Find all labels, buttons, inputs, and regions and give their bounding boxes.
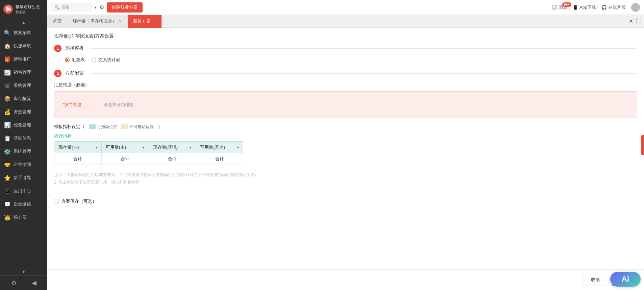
dimension-placeholder: 请选择分组维度 bbox=[103, 102, 134, 108]
user-avatar[interactable] bbox=[631, 3, 640, 12]
sidebar-scroll-up[interactable]: ▲ bbox=[0, 19, 47, 26]
top-header: 🔍 搜索 ▾ ⚙ 体验行业方案 💬 消息 99+ 📱 App下载 🎧 在线客服 bbox=[47, 0, 644, 15]
radio-cross-table[interactable] bbox=[92, 57, 96, 62]
stats-cell-1: 合计 bbox=[102, 153, 149, 165]
scheme-save-checkbox[interactable] bbox=[54, 199, 59, 204]
stats-col-3-chevron[interactable]: ▾ bbox=[237, 145, 239, 150]
collapse-icon[interactable]: ◀ bbox=[32, 279, 36, 287]
box-icon: 📦 bbox=[4, 96, 11, 102]
step2-divider bbox=[90, 73, 637, 74]
star-icon: 🌟 bbox=[4, 175, 11, 181]
content-inner: 现存量(库存状况表)方案设置 1 选择模板 汇总表 交叉统计表 bbox=[47, 28, 644, 269]
draggable-color-box bbox=[89, 124, 96, 129]
tips-text-0: 提示： 1.拖动标题栏可以调整布局，不可跨维度或指标区域拖动栏目字段(只能在同一… bbox=[54, 171, 637, 179]
info-icon: 📋 bbox=[4, 135, 11, 142]
tab-new-label: 新建方案 bbox=[133, 18, 151, 24]
app-download-label: App下载 bbox=[579, 4, 596, 10]
sidebar-item-quick-nav[interactable]: 🏠 快捷导航 bbox=[0, 40, 47, 53]
metrics-legend-close: ） bbox=[158, 124, 162, 130]
sidebar-item-collab[interactable]: 🤝 企业协同 bbox=[0, 158, 47, 171]
stats-col-0-label: 现存量(主) bbox=[58, 144, 79, 150]
tabs-bar: 首页 现存量（库存状况表） ✕ 新建方案 ✕ ✕ ⛶ bbox=[47, 15, 644, 28]
trial-button[interactable]: 体验行业方案 bbox=[107, 2, 143, 13]
step2-section: 2 方案配置 汇总维度（必选） *纵向维度 —— 请选择分组维度 bbox=[54, 70, 637, 186]
sidebar-item-label: 经营管理 bbox=[14, 122, 31, 128]
app-edition: 标准版 bbox=[16, 10, 40, 15]
settings-bottom-icon[interactable]: ⚙ bbox=[11, 279, 17, 287]
tab-home[interactable]: 首页 bbox=[47, 15, 67, 28]
header-dropdown[interactable]: ▾ bbox=[95, 5, 97, 10]
chevron-down-icon: ▾ bbox=[95, 5, 97, 10]
stats-col-0-chevron[interactable]: ▾ bbox=[95, 145, 97, 150]
sidebar: 畅 畅康通好生意 标准版 ▲ 🔍 搜索菜单 🏠 快捷导航 🎁 营销推广 📈 销售… bbox=[0, 0, 47, 290]
stats-col-1-chevron[interactable]: ▾ bbox=[143, 145, 145, 150]
sidebar-item-operations[interactable]: 📊 经营管理 bbox=[0, 119, 47, 132]
sidebar-item-marketing[interactable]: 🎁 营销推广 bbox=[0, 53, 47, 66]
radio-summary-table[interactable] bbox=[65, 57, 70, 62]
side-float-button[interactable] bbox=[641, 135, 644, 155]
ai-fab-label: Ai bbox=[622, 275, 629, 284]
ai-fab-button[interactable]: Ai bbox=[610, 272, 641, 287]
sidebar-item-member[interactable]: 👑 畅会员 bbox=[0, 211, 47, 224]
settings-icon[interactable]: ⚙ bbox=[99, 4, 104, 10]
cancel-button[interactable]: 取消 bbox=[583, 274, 608, 286]
dimension-area[interactable]: *纵向维度 —— 请选择分组维度 bbox=[54, 91, 637, 118]
sidebar-item-basic-info[interactable]: 📋 基础信息 bbox=[0, 132, 47, 145]
option-cross-table[interactable]: 交叉统计表 bbox=[92, 57, 120, 63]
tab-inventory[interactable]: 现存量（库存状况表） ✕ bbox=[67, 15, 128, 28]
step1-divider bbox=[90, 48, 637, 49]
gift-icon: 🎁 bbox=[4, 56, 11, 63]
app-download-button[interactable]: 📱 App下载 bbox=[573, 4, 596, 10]
avatar-image bbox=[631, 3, 640, 12]
sidebar-item-label: 系统管理 bbox=[14, 148, 31, 154]
tab-new-scheme[interactable]: 新建方案 ✕ bbox=[128, 15, 162, 28]
step2-title: 方案配置 bbox=[65, 70, 84, 76]
home-icon: 🏠 bbox=[4, 43, 11, 49]
sidebar-item-finance[interactable]: 💰 资金管理 bbox=[0, 105, 47, 119]
footer-bar: 取消 查询 bbox=[47, 269, 644, 290]
sidebar-item-label: 新手引导 bbox=[14, 175, 31, 181]
scheme-save-label: 方案保存（可选） bbox=[61, 198, 97, 204]
scheme-config: 汇总维度（必选） *纵向维度 —— 请选择分组维度 模板指标设定（ 可拖动 bbox=[54, 82, 637, 186]
sidebar-item-label: 企业协同 bbox=[14, 162, 31, 168]
stats-col-2-chevron[interactable]: ▾ bbox=[190, 145, 192, 150]
expand-icon[interactable]: ⛶ bbox=[636, 18, 641, 24]
tab-home-label: 首页 bbox=[53, 18, 61, 24]
tab-new-close[interactable]: ✕ bbox=[153, 19, 156, 24]
step1-badge: 1 bbox=[54, 45, 61, 52]
sidebar-logo: 畅 畅康通好生意 标准版 bbox=[0, 0, 47, 19]
tab-inventory-close[interactable]: ✕ bbox=[119, 19, 122, 24]
headset-icon: 🎧 bbox=[601, 5, 607, 10]
stats-cell-3: 合计 bbox=[196, 153, 243, 165]
sidebar-item-label: 搜索菜单 bbox=[14, 30, 31, 36]
header-search[interactable]: 🔍 搜索 bbox=[51, 3, 92, 11]
dimension-arrow: —— bbox=[87, 102, 98, 108]
tab-inventory-label: 现存量（库存状况表） bbox=[73, 18, 117, 24]
sidebar-item-inventory[interactable]: 📦 库存核算 bbox=[0, 92, 47, 105]
stats-col-1: 可用量(主) ▾ bbox=[102, 142, 149, 153]
sidebar-item-sales[interactable]: 📈 销售管理 bbox=[0, 66, 47, 79]
stats-cell-0: 合计 bbox=[54, 153, 102, 165]
phone-icon: 📱 bbox=[4, 188, 11, 194]
sidebar-item-guide[interactable]: 🌟 新手引导 bbox=[0, 171, 47, 185]
sidebar-item-label: 库存核算 bbox=[14, 96, 31, 102]
money-icon: 💰 bbox=[4, 109, 11, 115]
sidebar-item-search[interactable]: 🔍 搜索菜单 bbox=[0, 26, 47, 40]
stats-table-body: 合计 合计 合计 合计 bbox=[54, 153, 243, 165]
stats-cell-2: 合计 bbox=[149, 153, 196, 165]
message-icon: 💬 bbox=[552, 5, 557, 10]
message-button[interactable]: 💬 消息 99+ bbox=[552, 4, 567, 10]
sidebar-item-purchase[interactable]: 🛒 采购管理 bbox=[0, 79, 47, 92]
option-summary-table[interactable]: 汇总表 bbox=[65, 57, 85, 63]
step2-badge: 2 bbox=[54, 70, 61, 77]
sidebar-scroll-down[interactable]: ▼ bbox=[0, 268, 47, 275]
crown-icon: 👑 bbox=[4, 214, 11, 221]
sidebar-item-wechat[interactable]: 💬 企业微信 bbox=[0, 198, 47, 211]
metrics-label: 模板指标设定（ bbox=[54, 124, 85, 130]
metrics-label-text: 模板指标设定（ bbox=[54, 124, 85, 129]
service-button[interactable]: 🎧 在线客服 bbox=[601, 4, 626, 10]
summary-dimension-label: 汇总维度（必选） bbox=[54, 82, 637, 88]
sidebar-item-system[interactable]: ⚙️ 系统管理 bbox=[0, 145, 47, 158]
close-panel-icon[interactable]: ✕ bbox=[629, 18, 633, 24]
sidebar-item-app-center[interactable]: 📱 应用中心 bbox=[0, 185, 47, 198]
